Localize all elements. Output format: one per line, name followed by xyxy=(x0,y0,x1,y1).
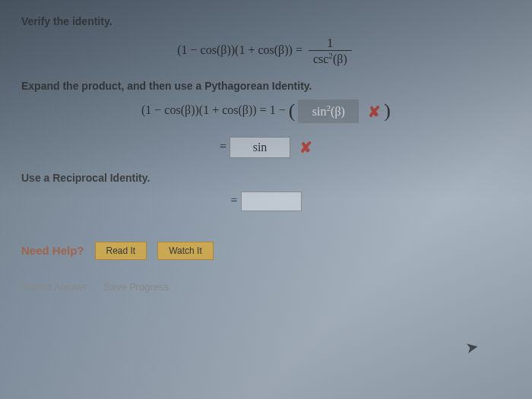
save-progress-button[interactable]: Save Progress xyxy=(104,281,169,293)
identity-fraction: 1 csc2(β) xyxy=(309,36,352,66)
expand-equation-1: (1 − cos(β))(1 + cos(β)) = 1 − ( sin2(β)… xyxy=(21,100,511,122)
eq4-equals: = xyxy=(230,193,240,206)
watch-it-button[interactable]: Watch It xyxy=(157,242,214,260)
answer-box-1[interactable]: sin2(β) xyxy=(298,100,359,122)
submit-answer-button[interactable]: Submit Answer xyxy=(21,281,87,293)
identity-lhs: (1 − cos(β))(1 + cos(β)) = xyxy=(177,43,306,56)
cursor-icon: ➤ xyxy=(464,337,480,358)
help-row: Need Help? Read It Watch It xyxy=(21,242,511,260)
expand-lhs: (1 − cos(β))(1 + cos(β)) = 1 − xyxy=(141,103,289,116)
read-it-button[interactable]: Read It xyxy=(95,242,147,260)
close-paren: ) xyxy=(384,100,391,122)
answer-box-2[interactable]: sin xyxy=(230,137,290,158)
identity-equation: (1 − cos(β))(1 + cos(β)) = 1 csc2(β) xyxy=(21,36,511,66)
bottom-actions: Submit Answer Save Progress xyxy=(21,281,511,293)
answer-box-3[interactable] xyxy=(241,192,302,211)
expand-instruction: Expand the product, and then use a Pytha… xyxy=(21,80,511,92)
reciprocal-instruction: Use a Reciprocal Identity. xyxy=(21,172,511,184)
need-help-label: Need Help? xyxy=(21,244,84,257)
fraction-numerator: 1 xyxy=(309,36,352,51)
fraction-denominator: csc2(β) xyxy=(309,51,352,66)
wrong-mark-icon-2: ✘ xyxy=(299,138,312,157)
reciprocal-equation: = xyxy=(21,192,511,211)
eq3-equals: = xyxy=(220,139,230,152)
expand-equation-2: = sin ✘ xyxy=(21,137,511,158)
wrong-mark-icon: ✘ xyxy=(368,103,381,121)
open-paren: ( xyxy=(289,100,296,122)
verify-heading: Verify the identity. xyxy=(21,15,511,27)
